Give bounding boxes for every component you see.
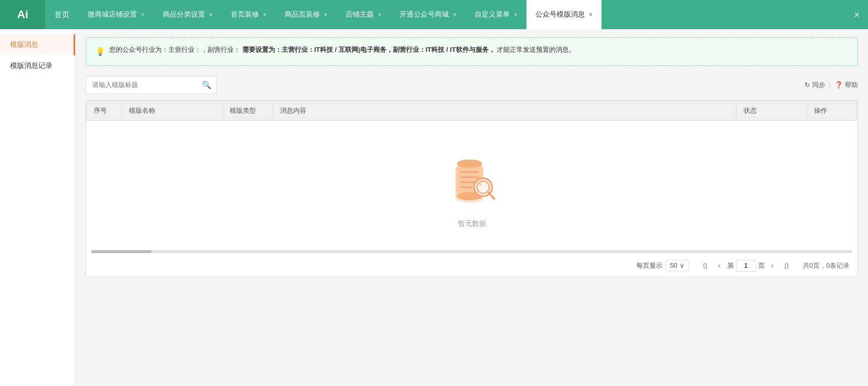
tab-product-category-label: 商品分类设置 [163,10,205,19]
page-size-value: 50 [670,262,677,269]
svg-point-10 [477,181,489,193]
tab-homepage-decor-close[interactable]: × [263,11,266,18]
tab-custom-menu[interactable]: 自定义菜单 × [465,0,526,29]
help-label: 帮助 [845,81,858,90]
tab-shop-theme-close[interactable]: × [378,11,381,18]
tab-open-shop[interactable]: 开通公众号商城 × [390,0,465,29]
page-prefix: 第 [727,261,734,270]
tab-open-shop-close[interactable]: × [453,11,456,18]
toolbar-divider: | [829,81,831,89]
top-nav: Ai 首页 微商城店铺设置 × 商品分类设置 × 首页装修 × 商品页装修 × … [0,0,868,29]
info-banner-highlight: 需要设置为：主营行业：IT科技 / 互联网|电子商务，副营行业：IT科技 / I… [242,46,495,53]
help-button[interactable]: ❓ 帮助 [835,81,858,90]
main-layout: 模版消息 模版消息记录 💡 您的公众号行业为：主营行业：，副营行业： 需要设置为… [0,29,868,386]
page-prev-button[interactable]: ‹ [713,260,725,272]
chevron-down-icon: ∨ [680,262,685,269]
sidebar-item-template-message-label: 模版消息 [10,40,38,48]
empty-state: 暂无数据 [87,121,857,249]
col-header-type: 模版类型 [223,101,273,120]
sidebar: 模版消息 模版消息记录 [0,29,76,386]
tab-custom-menu-close[interactable]: × [514,11,517,18]
content-area: 💡 您的公众号行业为：主营行业：，副营行业： 需要设置为：主营行业：IT科技 /… [76,29,868,386]
tab-home-label: 首页 [54,10,70,20]
tab-product-category[interactable]: 商品分类设置 × [154,0,222,29]
tab-open-shop-label: 开通公众号商城 [399,10,449,19]
tab-product-page[interactable]: 商品页装修 × [276,0,337,29]
sync-button[interactable]: ↻ 同步 [805,81,825,90]
app-logo: Ai [0,0,45,29]
pagination: 每页显示 50 ∨ ⟨| ‹ 第 页 › |⟩ 共0页，0条记录 [86,255,857,277]
page-next-button[interactable]: › [767,260,779,272]
tab-custom-menu-label: 自定义菜单 [475,10,510,19]
empty-state-text: 暂无数据 [458,219,486,228]
col-header-action: 操作 [807,101,857,120]
sidebar-item-template-message[interactable]: 模版消息 [0,34,75,55]
col-header-status: 状态 [737,101,807,120]
svg-point-3 [457,160,482,168]
data-table: 序号 模版名称 模版类型 消息内容 状态 操作 [86,101,857,249]
page-size-label: 每页显示 [636,261,662,270]
tab-shop-theme[interactable]: 店铺主题 × [337,0,390,29]
tab-shop-theme-label: 店铺主题 [346,10,374,19]
search-input-wrap: 🔍 [86,76,217,94]
sync-icon: ↻ [805,81,810,89]
svg-line-11 [489,193,494,199]
scrollbar-thumb[interactable] [91,250,152,253]
search-input[interactable] [86,76,217,94]
page-unit: 页 [758,261,765,270]
tab-homepage-decor-label: 首页装修 [231,10,259,19]
svg-point-12 [479,183,482,186]
sidebar-item-template-message-log-label: 模版消息记录 [10,61,52,69]
sync-label: 同步 [812,81,825,90]
search-icon[interactable]: 🔍 [202,81,212,90]
page-last-button[interactable]: |⟩ [781,260,793,272]
tab-product-page-close[interactable]: × [324,11,327,18]
info-banner-text: 您的公众号行业为：主营行业：，副营行业： 需要设置为：主营行业：IT科技 / 互… [109,45,575,55]
table-header-row: 序号 模版名称 模版类型 消息内容 状态 操作 [87,101,857,120]
scrollbar-area[interactable] [86,249,857,255]
col-header-seq: 序号 [87,101,122,120]
tab-product-category-close[interactable]: × [209,11,213,18]
search-bar: 🔍 ↻ 同步 | ❓ 帮助 [86,76,858,94]
toolbar-right: ↻ 同步 | ❓ 帮助 [805,81,858,90]
info-banner: 💡 您的公众号行业为：主营行业：，副营行业： 需要设置为：主营行业：IT科技 /… [86,37,858,66]
col-header-content: 消息内容 [273,101,737,120]
tab-home[interactable]: 首页 [45,0,79,29]
tab-wechat-shop[interactable]: 微商城店铺设置 × [79,0,154,29]
page-first-button[interactable]: ⟨| [699,260,711,272]
help-icon: ❓ [835,81,843,89]
page-number-input[interactable] [736,260,756,272]
tab-wechat-shop-label: 微商城店铺设置 [88,10,137,19]
tab-product-page-label: 商品页装修 [285,10,320,19]
page-size-select: 每页显示 50 ∨ [636,260,689,271]
tab-homepage-decor[interactable]: 首页装修 × [222,0,276,29]
page-size-dropdown[interactable]: 50 ∨ [665,260,689,271]
scrollbar-track [91,250,852,253]
sidebar-item-template-message-log[interactable]: 模版消息记录 [0,55,75,76]
tab-wechat-shop-close[interactable]: × [141,11,145,18]
col-header-name: 模版名称 [122,101,223,120]
tab-template-msg[interactable]: 公众号模版消息 × [526,0,602,29]
tab-template-msg-close[interactable]: × [589,11,592,18]
data-table-wrap: 序号 模版名称 模版类型 消息内容 状态 操作 [86,100,858,277]
page-nav: ⟨| ‹ 第 页 › |⟩ [699,260,793,272]
page-total: 共0页，0条记录 [803,261,849,270]
table-empty-row: 暂无数据 [87,120,857,249]
tab-template-msg-label: 公众号模版消息 [536,10,585,19]
empty-illustration [442,151,502,211]
close-all-button[interactable]: × [846,9,868,21]
bulb-icon: 💡 [95,45,105,58]
